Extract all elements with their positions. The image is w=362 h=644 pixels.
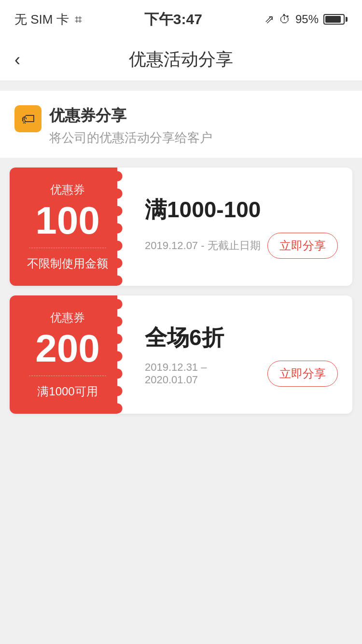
coupon-amount-2: 200 [35, 329, 99, 368]
coupon-left-2: 优惠券 200 满1000可用 [10, 295, 125, 414]
coupon-footer-1: 2019.12.07 - 无截止日期 立即分享 [145, 233, 338, 259]
status-bar: 无 SIM 卡 ⌗ 下午3:47 ⇗ ⏱ 95% [0, 0, 362, 39]
status-left: 无 SIM 卡 ⌗ [14, 11, 82, 28]
coupon-right-1: 满1000-100 2019.12.07 - 无截止日期 立即分享 [125, 168, 352, 286]
wifi-icon: ⌗ [75, 12, 82, 27]
page-title: 优惠活动分享 [129, 48, 233, 71]
coupon-divider-1 [29, 248, 106, 248]
carrier-text: 无 SIM 卡 [14, 11, 69, 28]
alarm-icon: ⏱ [279, 13, 291, 26]
coupon-left-1: 优惠券 100 不限制使用金额 [10, 168, 125, 286]
status-right: ⇗ ⏱ 95% [265, 13, 348, 26]
section-title: 优惠券分享 [49, 105, 212, 126]
coupon-label-1: 优惠券 [50, 182, 85, 197]
coupon-date-1: 2019.12.07 - 无截止日期 [145, 238, 262, 253]
coupon-condition-2: 满1000可用 [37, 384, 97, 399]
coupon-right-2: 全场6折 2019.12.31 – 2020.01.07 立即分享 [125, 295, 352, 414]
coupon-icon: 🏷 [21, 111, 35, 127]
section-header: 🏷 优惠券分享 将公司的优惠活动分享给客户 [0, 91, 362, 158]
back-button[interactable]: ‹ [14, 50, 20, 70]
coupons-container: 优惠券 100 不限制使用金额 满1000-100 2019.12.07 - 无… [0, 158, 362, 423]
location-icon: ⇗ [265, 13, 274, 26]
coupon-label-2: 优惠券 [50, 310, 85, 325]
battery-icon [323, 14, 348, 25]
section-icon: 🏷 [14, 105, 42, 132]
coupon-title-1: 满1000-100 [145, 195, 338, 225]
battery-pct: 95% [295, 13, 319, 26]
status-time: 下午3:47 [144, 10, 202, 29]
nav-bar: ‹ 优惠活动分享 [0, 39, 362, 81]
coupon-amount-1: 100 [35, 201, 99, 240]
section-text: 优惠券分享 将公司的优惠活动分享给客户 [49, 105, 212, 146]
section-subtitle: 将公司的优惠活动分享给客户 [49, 129, 212, 146]
share-button-2[interactable]: 立即分享 [267, 361, 338, 387]
coupon-card-2: 优惠券 200 满1000可用 全场6折 2019.12.31 – 2020.0… [10, 295, 352, 414]
coupon-date-2: 2019.12.31 – 2020.01.07 [145, 361, 262, 386]
coupon-card-1: 优惠券 100 不限制使用金额 满1000-100 2019.12.07 - 无… [10, 168, 352, 286]
coupon-condition-1: 不限制使用金额 [27, 256, 108, 271]
coupon-title-2: 全场6折 [145, 323, 338, 353]
share-button-1[interactable]: 立即分享 [267, 233, 338, 259]
coupon-divider-2 [29, 376, 106, 376]
coupon-footer-2: 2019.12.31 – 2020.01.07 立即分享 [145, 361, 338, 387]
